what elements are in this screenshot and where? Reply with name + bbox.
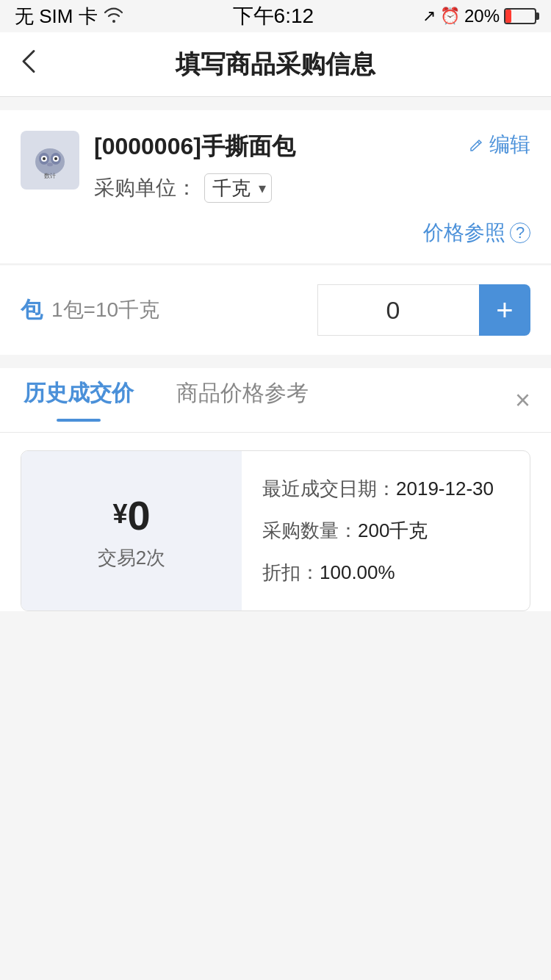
tab-history[interactable]: 历史成交价 [21,378,137,422]
back-button[interactable] [21,48,37,81]
price-ref-link[interactable]: 价格参照 ? [423,219,530,247]
wifi-icon [104,5,124,28]
location-icon: ↗ [422,7,436,26]
product-thumbnail: 数计 [21,131,79,190]
battery-percent: 20% [464,6,500,26]
tabs-header: 历史成交价 商品价格参考 × [0,368,551,433]
status-bar: 无 SIM 卡 下午6:12 ↗ ⏰ 20% [0,0,551,32]
history-card: ¥0 交易2次 最近成交日期：2019-12-30 采购数量：200千克 折扣：… [21,450,530,611]
tab-close-button[interactable]: × [515,387,530,414]
quantity-input[interactable] [317,284,479,336]
svg-point-7 [47,163,53,167]
quantity-unit-label: 包 1包=10千克 [21,295,159,325]
product-info: [0000006]手撕面包 采购单位： 千克 包 克 [94,131,295,203]
unit-select-wrapper[interactable]: 千克 包 克 [204,173,272,203]
nav-bar: 填写商品采购信息 [0,32,551,97]
discount-row: 折扣：100.00% [262,558,509,587]
product-name-text: 手撕面包 [201,133,295,159]
recent-date-row: 最近成交日期：2019-12-30 [262,475,509,503]
unit-select[interactable]: 千克 包 克 [204,173,272,203]
product-name: [0000006]手撕面包 [94,131,295,163]
history-card-left: ¥0 交易2次 [21,451,242,610]
svg-point-6 [54,157,57,160]
status-carrier: 无 SIM 卡 [15,4,124,29]
no-sim-text: 无 SIM 卡 [15,4,98,29]
quantity-plus-button[interactable]: + [479,284,530,336]
product-card: 数计 [0000006]手撕面包 采购单位： 千克 包 克 [0,110,551,263]
svg-point-5 [43,157,46,160]
alarm-icon: ⏰ [440,7,460,26]
tabs-section: 历史成交价 商品价格参考 × ¥0 交易2次 最近成交日期：2019-12-30… [0,368,551,611]
history-card-right: 最近成交日期：2019-12-30 采购数量：200千克 折扣：100.00% [242,451,530,610]
svg-text:数计: 数计 [44,173,56,179]
purchase-qty-row: 采购数量：200千克 [262,516,509,545]
history-trade-count: 交易2次 [98,545,165,571]
page-title: 填写商品采购信息 [176,48,375,82]
tab-product-price[interactable]: 商品价格参考 [173,378,311,422]
qty-unit-icon: 包 [21,295,43,325]
status-right-icons: ↗ ⏰ 20% [422,6,536,26]
quantity-control: + [317,284,530,336]
product-id: [0000006] [94,133,201,159]
status-time: 下午6:12 [233,2,314,30]
tabs-list: 历史成交价 商品价格参考 [21,378,311,422]
help-icon[interactable]: ? [510,223,530,243]
battery-icon [504,8,536,24]
qty-unit-note: 1包=10千克 [51,296,159,324]
history-price: ¥0 [112,491,150,539]
edit-link[interactable]: 编辑 [469,131,530,159]
quantity-row: 包 1包=10千克 + [0,264,551,355]
unit-label: 采购单位： [94,174,197,202]
